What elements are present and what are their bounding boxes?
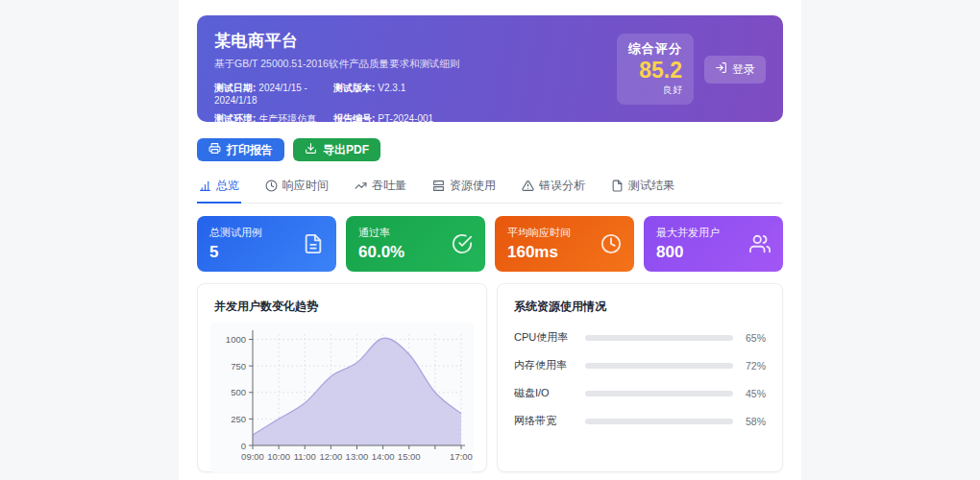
tab-4[interactable]: 资源使用 — [430, 174, 498, 204]
print-report-button[interactable]: 打印报告 — [197, 138, 284, 161]
progress-track — [585, 335, 733, 341]
score-value: 85.2 — [628, 58, 682, 83]
meta-label: 测试日期: — [214, 83, 256, 93]
page-title: 某电商平台 — [214, 30, 459, 52]
resource-label: 内存使用率 — [514, 358, 585, 372]
report-meta: 测试日期:2024/1/15 - 2024/1/18测试版本:V2.3.1测试环… — [214, 82, 459, 126]
file-text-icon — [303, 233, 324, 254]
meta-item: 测试日期:2024/1/15 - 2024/1/18 — [214, 82, 333, 106]
svg-text:250: 250 — [231, 414, 246, 424]
meta-item: 测试环境:生产环境仿真 — [214, 112, 333, 126]
score-grade: 良好 — [628, 84, 682, 97]
progress-track — [585, 419, 733, 424]
stat-label: 平均响应时间 — [507, 226, 571, 240]
download-icon — [305, 142, 317, 157]
stat-card: 最大并发用户800 — [644, 216, 783, 272]
system-resources-panel: 系统资源使用情况 CPU使用率65%内存使用率72%磁盘I/O45%网络带宽58… — [497, 283, 783, 472]
svg-text:17:00: 17:00 — [450, 451, 473, 462]
action-bar: 打印报告 导出PDF — [197, 138, 783, 161]
stat-card: 通过率60.0% — [346, 216, 485, 272]
meta-value: PT-2024-001 — [378, 113, 433, 124]
meta-label: 报告编号: — [333, 113, 375, 124]
meta-label: 测试版本: — [333, 83, 375, 93]
bar-chart-icon — [199, 180, 211, 192]
resource-label: CPU使用率 — [514, 330, 585, 345]
resource-row: 网络带宽58% — [514, 414, 766, 428]
resource-percent: 65% — [733, 332, 766, 344]
clock-icon — [265, 180, 278, 192]
tab-6[interactable]: 测试结果 — [609, 174, 676, 204]
stat-label: 最大并发用户 — [656, 226, 720, 240]
resource-label: 网络带宽 — [514, 414, 585, 428]
svg-text:0: 0 — [241, 441, 246, 451]
tab-label: 总览 — [216, 178, 239, 194]
report-header: 某电商平台 基于GB/T 25000.51-2016软件产品质量要求和测试细则 … — [197, 15, 783, 122]
tab-5[interactable]: 错误分析 — [520, 174, 587, 204]
page-subtitle: 基于GB/T 25000.51-2016软件产品质量要求和测试细则 — [214, 58, 459, 71]
resource-rows: CPU使用率65%内存使用率72%磁盘I/O45%网络带宽58% — [510, 330, 770, 428]
stat-value: 5 — [209, 243, 262, 262]
stat-label: 总测试用例 — [209, 226, 262, 240]
stat-card: 总测试用例5 — [197, 216, 336, 272]
resource-row: 磁盘I/O45% — [514, 386, 766, 400]
stat-card: 平均响应时间160ms — [495, 216, 634, 272]
svg-text:500: 500 — [231, 387, 246, 397]
report-page: 某电商平台 基于GB/T 25000.51-2016软件产品质量要求和测试细则 … — [179, 0, 801, 480]
login-label: 登录 — [732, 61, 755, 78]
warning-triangle-icon — [522, 180, 534, 192]
score-box: 综合评分 85.2 良好 — [617, 34, 694, 104]
resource-label: 磁盘I/O — [514, 386, 585, 400]
trend-chart: 0250500750100009:0010:0011:0012:0013:001… — [210, 323, 474, 468]
svg-text:12:00: 12:00 — [319, 451, 342, 462]
stat-label: 通过率 — [358, 226, 404, 240]
tab-3[interactable]: 吞吐量 — [353, 174, 408, 204]
stat-value: 60.0% — [358, 243, 404, 262]
progress-track — [585, 363, 733, 369]
tab-label: 资源使用 — [450, 178, 496, 194]
svg-text:10:00: 10:00 — [267, 451, 290, 462]
resources-title: 系统资源使用情况 — [510, 297, 770, 315]
tab-label: 错误分析 — [539, 178, 585, 194]
meta-value: V2.3.1 — [378, 83, 405, 93]
check-circle-icon — [452, 233, 473, 254]
print-report-label: 打印报告 — [227, 142, 273, 158]
stat-value: 160ms — [507, 243, 571, 262]
svg-text:15:00: 15:00 — [398, 451, 421, 462]
tab-bar: 总览响应时间吞吐量资源使用错误分析测试结果 — [197, 174, 783, 204]
svg-text:14:00: 14:00 — [372, 451, 395, 462]
chart-title: 并发用户数变化趋势 — [210, 297, 474, 315]
svg-text:750: 750 — [231, 361, 246, 372]
svg-text:09:00: 09:00 — [241, 451, 264, 462]
progress-track — [585, 391, 733, 396]
clock-icon — [600, 233, 622, 254]
resource-percent: 72% — [733, 360, 766, 372]
resource-percent: 45% — [733, 388, 766, 399]
svg-text:1000: 1000 — [226, 334, 246, 345]
users-icon — [749, 233, 771, 254]
trend-up-icon — [355, 180, 367, 192]
resource-row: CPU使用率65% — [514, 330, 766, 345]
login-button[interactable]: 登录 — [704, 56, 766, 84]
score-label: 综合评分 — [628, 40, 682, 58]
svg-text:11:00: 11:00 — [294, 451, 316, 462]
stat-value: 800 — [656, 243, 720, 262]
tab-2[interactable]: 响应时间 — [263, 174, 331, 204]
file-icon — [611, 180, 624, 192]
tab-1[interactable]: 总览 — [197, 174, 241, 204]
export-pdf-label: 导出PDF — [323, 142, 369, 158]
export-pdf-button[interactable]: 导出PDF — [293, 138, 380, 161]
meta-value: 生产环境仿真 — [258, 113, 316, 124]
meta-item: 测试版本:V2.3.1 — [333, 82, 459, 106]
tab-label: 响应时间 — [282, 178, 329, 194]
stat-cards: 总测试用例5通过率60.0%平均响应时间160ms最大并发用户800 — [197, 216, 783, 272]
meta-item: 报告编号:PT-2024-001 — [333, 112, 459, 126]
svg-text:13:00: 13:00 — [346, 451, 369, 462]
tab-label: 吞吐量 — [372, 178, 406, 194]
tab-label: 测试结果 — [628, 178, 674, 194]
server-icon — [432, 180, 445, 192]
meta-label: 测试环境: — [214, 113, 256, 124]
resource-row: 内存使用率72% — [514, 358, 766, 372]
concurrent-users-panel: 并发用户数变化趋势 0250500750100009:0010:0011:001… — [197, 283, 487, 472]
resource-percent: 58% — [733, 416, 766, 427]
login-icon — [715, 61, 727, 77]
